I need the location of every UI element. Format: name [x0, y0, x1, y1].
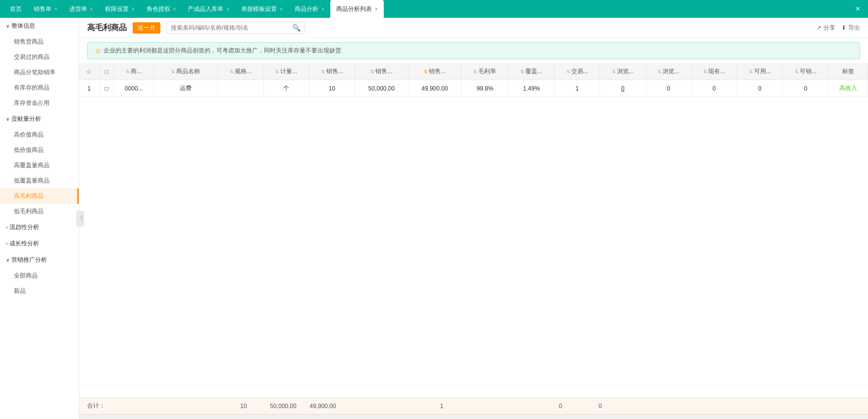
- col-code[interactable]: ⇅商...: [114, 63, 153, 80]
- sidebar-item-sales-rate[interactable]: 商品分笔助销率: [0, 65, 79, 80]
- close-icon[interactable]: ×: [321, 6, 324, 12]
- sidebar-group-marketing[interactable]: ∨ 营销推广分析: [0, 252, 79, 268]
- nav-tab-inbound[interactable]: 产成品入库单 ×: [182, 0, 235, 18]
- sidebar-item-sales-goods[interactable]: 销售货商品: [0, 34, 79, 49]
- cell-name: 运费: [153, 80, 217, 97]
- sidebar-group-contribution[interactable]: ∨ 贡献量分析: [0, 111, 79, 127]
- sidebar-item-high-coverage[interactable]: 高覆盖量商品: [0, 158, 79, 173]
- cell-current-stock: 0: [691, 80, 737, 97]
- nav-tab-sales[interactable]: 销售单 ×: [28, 0, 63, 18]
- search-input[interactable]: [171, 24, 292, 31]
- col-spec[interactable]: ⇅规格...: [218, 63, 263, 80]
- col-name[interactable]: ⇅商品名称: [153, 63, 217, 80]
- chevron-right-icon: ›: [6, 225, 7, 230]
- content-header: 高毛利商品 近一月 🔍 ↗ 分享 ⬇ 导出: [79, 18, 868, 38]
- table-container: ☆ □ ⇅商... ⇅商品名称 ⇅规格... ⇅计量... ⇅销售... ⇅销售…: [79, 63, 868, 397]
- cell-spec: [218, 80, 263, 97]
- chevron-down-icon: ∨: [6, 116, 9, 122]
- footer-spacer3: [382, 403, 422, 410]
- chevron-down-icon: ∨: [6, 257, 9, 263]
- table-header-row: ☆ □ ⇅商... ⇅商品名称 ⇅规格... ⇅计量... ⇅销售... ⇅销售…: [79, 63, 868, 80]
- export-button[interactable]: ⬇ 导出: [841, 24, 860, 32]
- sidebar-item-high-value[interactable]: 高价值商品: [0, 127, 79, 142]
- close-icon[interactable]: ×: [226, 6, 229, 12]
- cell-available: 0: [737, 80, 783, 97]
- info-banner: ⊙ 企业的主要的利润都是这部分商品创造的，可考虑加大推广，同时关注库存量不要出现…: [87, 42, 860, 59]
- sidebar-group-trend[interactable]: › 流趋性分析: [0, 219, 79, 235]
- col-checkbox[interactable]: □: [99, 63, 114, 80]
- nav-tab-template[interactable]: 单据模板设置 ×: [235, 0, 289, 18]
- nav-tab-permission[interactable]: 权限设置 ×: [99, 0, 141, 18]
- nav-tab-home[interactable]: 首页: [4, 0, 28, 18]
- sidebar-item-low-margin[interactable]: 低毛利商品: [0, 204, 79, 219]
- cell-unit: 个: [263, 80, 309, 97]
- col-views1[interactable]: ⇅浏览...: [600, 63, 646, 80]
- close-icon[interactable]: ×: [173, 6, 176, 12]
- footer-spacer4: [461, 403, 501, 410]
- sidebar-group-overall[interactable]: ∨ 整体信息: [0, 18, 79, 34]
- header-actions: ↗ 分享 ⬇ 导出: [817, 24, 860, 32]
- search-icon[interactable]: 🔍: [292, 24, 301, 32]
- sidebar-item-in-stock[interactable]: 有库存的商品: [0, 80, 79, 95]
- col-coverage[interactable]: ⇅覆盖...: [509, 63, 554, 80]
- sidebar-item-high-margin[interactable]: 高毛利商品: [0, 188, 79, 204]
- col-available[interactable]: ⇅可用...: [737, 63, 783, 80]
- sidebar-item-low-value[interactable]: 低价值商品: [0, 142, 79, 158]
- nav-tab-product-analysis-list[interactable]: 商品分析列表 ×: [330, 0, 384, 18]
- cell-sales-qty: 10: [309, 80, 355, 97]
- main-layout: ∨ 整体信息 销售货商品 交易过的商品 商品分笔助销率 有库存的商品 库存资金占…: [0, 18, 868, 419]
- footer-sales-qty: 10: [224, 403, 263, 410]
- close-all-tabs-button[interactable]: ×: [852, 4, 864, 13]
- sidebar: ∨ 整体信息 销售货商品 交易过的商品 商品分笔助销率 有库存的商品 库存资金占…: [0, 18, 79, 419]
- col-sales-qty[interactable]: ⇅销售...: [309, 63, 355, 80]
- top-navigation: 首页 销售单 × 进货单 × 权限设置 × 角色授权 × 产成品入库单 × 单据…: [0, 0, 868, 18]
- col-settings[interactable]: ☆: [79, 63, 99, 80]
- cell-sales-amount: 50,000.00: [355, 80, 408, 97]
- cell-checkbox[interactable]: □: [99, 80, 114, 97]
- share-button[interactable]: ↗ 分享: [817, 24, 835, 32]
- col-unit[interactable]: ⇅计量...: [263, 63, 309, 80]
- col-tag[interactable]: 标签: [828, 63, 868, 80]
- sidebar-item-low-coverage[interactable]: 低覆盖量商品: [0, 173, 79, 188]
- cell-sellable: 0: [783, 80, 828, 97]
- share-icon: ↗: [817, 24, 821, 31]
- cell-tag: 高收入: [828, 80, 868, 97]
- close-icon[interactable]: ×: [54, 6, 57, 12]
- sidebar-group-growth[interactable]: › 成长性分析: [0, 235, 79, 252]
- col-current-stock[interactable]: ⇅现有...: [691, 63, 737, 80]
- close-icon[interactable]: ×: [90, 6, 93, 12]
- chevron-right-icon: ›: [6, 241, 7, 246]
- product-table: ☆ □ ⇅商... ⇅商品名称 ⇅规格... ⇅计量... ⇅销售... ⇅销售…: [79, 63, 868, 97]
- cell-sales-profit: 49,900.00: [408, 80, 461, 97]
- filter-recent-month-button[interactable]: 近一月: [133, 22, 160, 34]
- sidebar-item-new-goods[interactable]: 新品: [0, 283, 79, 299]
- nav-tab-role[interactable]: 角色授权 ×: [141, 0, 182, 18]
- search-box: 🔍: [166, 22, 305, 34]
- chevron-down-icon: ∨: [6, 23, 9, 29]
- sidebar-item-all-goods[interactable]: 全部商品: [0, 268, 79, 283]
- close-icon[interactable]: ×: [280, 6, 283, 12]
- sidebar-collapse-button[interactable]: 《: [76, 211, 84, 227]
- table-footer: 合计： 10 50,000.00 49,900.00 1 0 0: [79, 397, 868, 414]
- bottom-scrollbar[interactable]: [79, 414, 868, 419]
- col-sales-amount[interactable]: ⇅销售...: [355, 63, 408, 80]
- col-views2[interactable]: ⇅浏览...: [646, 63, 691, 80]
- footer-label: 合计：: [87, 402, 105, 410]
- cell-index: 1: [79, 80, 99, 97]
- cell-views1[interactable]: 0: [600, 80, 646, 97]
- close-icon[interactable]: ×: [375, 6, 378, 12]
- close-icon[interactable]: ×: [132, 6, 135, 12]
- sidebar-item-traded-goods[interactable]: 交易过的商品: [0, 49, 79, 65]
- col-gross-margin[interactable]: ⇅毛利率: [461, 63, 509, 80]
- col-sales-profit[interactable]: ⇅销售...: [408, 63, 461, 80]
- nav-tab-purchase[interactable]: 进货单 ×: [63, 0, 99, 18]
- cell-gross-margin: 99.8%: [461, 80, 509, 97]
- export-icon: ⬇: [841, 24, 846, 31]
- col-transactions[interactable]: ⇅交易...: [554, 63, 600, 80]
- page-title: 高毛利商品: [87, 23, 127, 33]
- table-row: 1 □ 0000... 运费 个 10 50,000.00 49,900.00 …: [79, 80, 868, 97]
- col-sellable[interactable]: ⇅可销...: [783, 63, 828, 80]
- sidebar-item-stock-capital[interactable]: 库存资金占用: [0, 95, 79, 111]
- nav-tab-product-analysis[interactable]: 商品分析 ×: [289, 0, 330, 18]
- info-icon: ⊙: [96, 47, 101, 54]
